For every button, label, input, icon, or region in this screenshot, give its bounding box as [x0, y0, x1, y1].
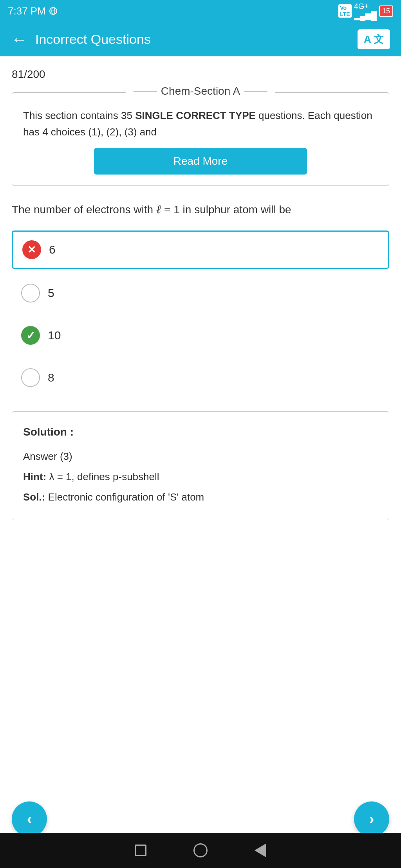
header-title: Incorrect Questions [35, 32, 151, 47]
option-value: 8 [48, 371, 54, 384]
next-arrow: › [369, 812, 374, 827]
main-content: 81/200 Chem-Section A This section conta… [0, 56, 401, 868]
status-time: 7:37 PM [8, 5, 46, 17]
ell-symbol: ℓ [156, 203, 161, 216]
volte-badge: VoLTE [338, 4, 351, 18]
back-nav-button[interactable] [255, 843, 266, 857]
option-item[interactable]: 8 [12, 360, 389, 396]
prev-arrow: ‹ [27, 812, 32, 827]
section-card: Chem-Section A This section contains 35 … [12, 92, 389, 186]
status-icons: VoLTE 4G+▂▄▆█ 15 [338, 2, 393, 20]
option-value: 6 [49, 243, 56, 256]
option-item[interactable]: 5 [12, 275, 389, 311]
read-more-button[interactable]: Read More [94, 148, 307, 175]
section-title: Chem-Section A [161, 85, 240, 97]
option-value: 5 [48, 286, 54, 300]
solution-sol: Sol.: Electronic configuration of 'S' at… [23, 488, 378, 506]
option-item[interactable]: 10 [12, 317, 389, 353]
section-title-wrapper: Chem-Section A [126, 85, 275, 97]
question-text: The number of electrons with ℓ = 1 in su… [12, 200, 389, 219]
triangle-icon [255, 843, 266, 857]
solution-title: Solution : [23, 423, 378, 441]
android-nav-bar [0, 833, 401, 868]
wrong-icon [22, 240, 41, 259]
radio-icon [21, 284, 40, 303]
square-icon [135, 845, 146, 856]
next-button[interactable]: › [354, 801, 389, 837]
section-description: This section contains 35 SINGLE CORRECT … [23, 108, 378, 140]
header-bar: ← Incorrect Questions A 文 [0, 22, 401, 56]
signal-strength: 4G+▂▄▆█ [354, 2, 377, 20]
solution-hint: Hint: λ = 1, defines p-subshell [23, 468, 378, 485]
solution-answer: Answer (3) [23, 448, 378, 465]
solution-card: Solution : Answer (3) Hint: λ = 1, defin… [12, 411, 389, 520]
battery-indicator: 15 [379, 5, 393, 17]
correct-icon [21, 326, 40, 345]
question-counter: 81/200 [12, 68, 389, 81]
section-title-line-left [134, 91, 157, 92]
prev-button[interactable]: ‹ [12, 801, 47, 837]
status-time-area: 7:37 PM [8, 5, 58, 17]
home-button[interactable] [193, 843, 208, 857]
recent-apps-button[interactable] [135, 845, 146, 856]
header-left: ← Incorrect Questions [11, 31, 151, 48]
section-title-line-right [244, 91, 267, 92]
option-item[interactable]: 6 [12, 231, 389, 269]
radio-icon [21, 368, 40, 387]
circle-icon [193, 843, 208, 857]
option-value: 10 [48, 329, 61, 342]
vpn-icon [49, 7, 58, 15]
status-bar: 7:37 PM VoLTE 4G+▂▄▆█ 15 [0, 0, 401, 22]
back-button[interactable]: ← [11, 31, 27, 48]
translate-button[interactable]: A 文 [358, 29, 390, 49]
options-list: 6 5 10 8 [12, 231, 389, 396]
